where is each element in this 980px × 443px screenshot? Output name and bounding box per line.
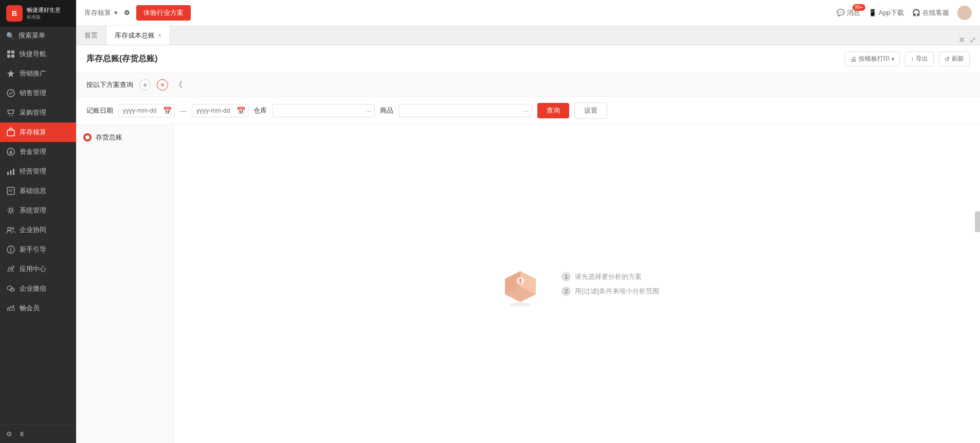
main-area: 库存核算 ▾ ⚙ 体验行业方案 💬 消息 99+ 📱 App下载 🎧 在线客服 …: [76, 0, 980, 443]
app-download-link[interactable]: 📱 App下载: [868, 8, 904, 17]
topbar-settings-icon[interactable]: ⚙: [124, 9, 130, 16]
sidebar-item-basic-info[interactable]: 基础信息: [0, 181, 76, 201]
user-avatar[interactable]: [957, 6, 972, 20]
topbar: 库存核算 ▾ ⚙ 体验行业方案 💬 消息 99+ 📱 App下载 🎧 在线客服: [76, 0, 980, 26]
product-more-icon[interactable]: ···: [523, 107, 529, 115]
date-start-wrapper: 📅: [118, 104, 175, 117]
breadcrumb-chevron[interactable]: ▾: [114, 9, 118, 16]
svg-rect-11: [13, 169, 14, 175]
svg-point-13: [9, 209, 12, 212]
marketing-icon: [6, 69, 15, 78]
sidebar-item-purchase[interactable]: 采购管理: [0, 103, 76, 122]
print-button[interactable]: 🖨 按模板打印 ▾: [845, 51, 900, 66]
sidebar-item-enterprise[interactable]: 企业协同: [0, 220, 76, 240]
search-menu[interactable]: 🔍 搜索菜单: [0, 27, 76, 44]
breadcrumb: 库存核算 ▾: [84, 8, 118, 17]
sidebar-item-new-guide[interactable]: 新手引导: [0, 240, 76, 259]
tabbar: 首页 库存成本总账 × ✕ ⤢: [76, 26, 980, 45]
app-logo: B 畅捷通好生意 标准版: [0, 0, 76, 27]
sidebar-bottom: ⚙ ⏸: [0, 424, 76, 443]
empty-tip-1: 1 请先选择要分析的方案: [561, 272, 659, 281]
warehouse-label: 仓库: [253, 106, 267, 115]
svg-point-14: [8, 227, 11, 231]
filter-panel-left: 存货总账: [76, 125, 174, 443]
topbar-right: 💬 消息 99+ 📱 App下载 🎧 在线客服: [837, 6, 972, 20]
nav-icon: [6, 49, 15, 59]
sidebar-item-operations[interactable]: 经营管理: [0, 162, 76, 181]
svg-rect-7: [7, 130, 14, 136]
print-icon: 🖨: [850, 56, 857, 63]
page-content: 库存总账(存货总账) 🖨 按模板打印 ▾ ↑ 导出 ↺ 刷新 按以下方案查询: [76, 45, 980, 443]
filter-item-inventory-ledger[interactable]: 存货总账: [76, 129, 173, 146]
sidebar-item-app-center[interactable]: 应用中心: [0, 259, 76, 279]
svg-rect-1: [11, 50, 14, 54]
calendar-end-icon[interactable]: 📅: [237, 107, 245, 115]
basic-icon: [6, 186, 15, 196]
empty-tips: 1 请先选择要分析的方案 2 用[过滤]条件来缩小分析范围: [561, 272, 659, 296]
svg-rect-10: [10, 170, 12, 175]
page-header: 库存总账(存货总账) 🖨 按模板打印 ▾ ↑ 导出 ↺ 刷新: [76, 45, 980, 73]
tab-home[interactable]: 首页: [76, 26, 106, 45]
product-input[interactable]: [398, 104, 532, 117]
filter-scheme-bar: 按以下方案查询 + × 《: [76, 73, 980, 97]
search-icon: 🔍: [6, 32, 14, 40]
message-badge: 99+: [852, 4, 865, 11]
calendar-start-icon[interactable]: 📅: [163, 107, 172, 115]
svg-point-17: [12, 266, 14, 268]
date-label: 记账日期: [86, 106, 113, 115]
product-label: 商品: [380, 106, 393, 115]
svg-point-5: [9, 115, 10, 116]
product-wrapper: ···: [398, 104, 532, 117]
message-button[interactable]: 💬 消息 99+: [837, 8, 860, 17]
warehouse-wrapper: ···: [272, 104, 375, 117]
sidebar-item-finance[interactable]: 资金管理: [0, 142, 76, 162]
svg-rect-2: [7, 55, 10, 58]
content-area: 存货总账: [76, 125, 980, 443]
tab-expand-icon[interactable]: ⤢: [969, 35, 976, 45]
wechat-icon: [6, 284, 15, 293]
industry-solution-button[interactable]: 体验行业方案: [136, 5, 191, 21]
vip-icon: [6, 304, 15, 313]
sidebar-item-vip[interactable]: 畅会员: [0, 298, 76, 318]
tab-actions: ✕ ⤢: [958, 35, 980, 45]
refresh-button[interactable]: ↺ 刷新: [939, 51, 970, 66]
sidebar-item-quick-nav[interactable]: 快捷导航: [0, 44, 76, 64]
svg-point-20: [85, 135, 89, 139]
tab-close-icon[interactable]: ✕: [958, 35, 965, 45]
logo-icon: B: [6, 5, 23, 22]
tab-inventory-cost[interactable]: 库存成本总账 ×: [106, 26, 170, 45]
sidebar-item-sales[interactable]: 销售管理: [0, 83, 76, 103]
sidebar-item-inventory[interactable]: 库存核算: [0, 122, 76, 142]
tip-num-1: 1: [561, 272, 571, 281]
sidebar-scroll: 快捷导航 营销推广 销售管理 采购管理 库存核算: [0, 44, 76, 424]
settings-button[interactable]: 设置: [574, 102, 607, 119]
filter-collapse-button[interactable]: 《: [174, 80, 183, 91]
audio-icon[interactable]: ⏸: [19, 430, 25, 438]
query-button[interactable]: 查询: [537, 103, 569, 118]
sidebar: B 畅捷通好生意 标准版 🔍 搜索菜单 快捷导航 营销推广 销售管理: [0, 0, 76, 443]
sales-icon: [6, 88, 15, 98]
filter-add-button[interactable]: +: [139, 79, 151, 91]
settings-icon[interactable]: ⚙: [6, 430, 12, 438]
breadcrumb-text: 库存核算: [84, 8, 111, 17]
filter-row: 记账日期 📅 — 📅 仓库 ··· 商品 ··· 查询 设置: [76, 97, 980, 125]
sidebar-item-system[interactable]: 系统管理: [0, 201, 76, 220]
warehouse-input[interactable]: [272, 104, 375, 117]
empty-tip-2: 2 用[过滤]条件来缩小分析范围: [561, 287, 659, 296]
app-center-icon: [6, 264, 15, 274]
tab-close-button[interactable]: ×: [158, 32, 161, 39]
phone-icon: 📱: [868, 9, 877, 16]
sidebar-item-wechat[interactable]: 企业微信: [0, 279, 76, 298]
online-service-link[interactable]: 🎧 在线客服: [912, 8, 949, 17]
export-button[interactable]: ↑ 导出: [905, 51, 934, 66]
enterprise-icon: [6, 225, 15, 235]
logo-text: 畅捷通好生意 标准版: [27, 6, 61, 21]
sidebar-item-marketing[interactable]: 营销推广: [0, 64, 76, 83]
filter-delete-button[interactable]: ×: [157, 79, 168, 91]
system-icon: [6, 206, 15, 215]
warehouse-more-icon[interactable]: ···: [366, 107, 372, 115]
svg-rect-0: [7, 50, 10, 54]
right-panel-handle[interactable]: [975, 211, 980, 232]
inventory-icon: [6, 128, 15, 137]
filter-label: 按以下方案查询: [86, 80, 133, 90]
